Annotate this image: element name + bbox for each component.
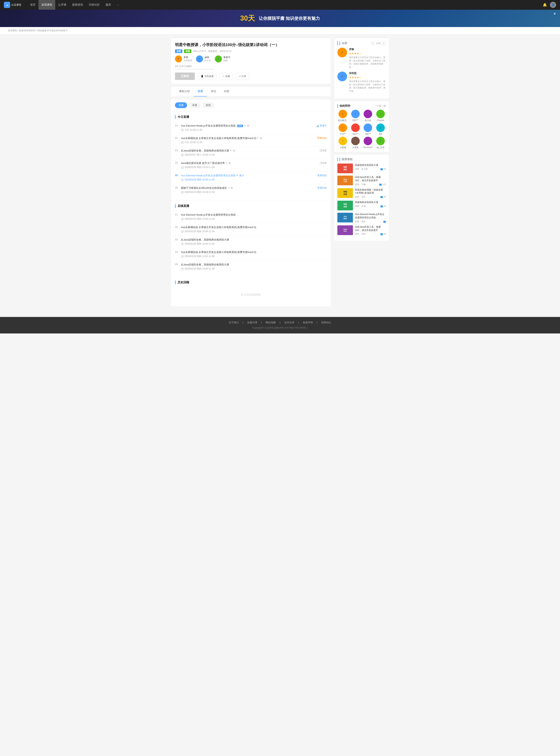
bell-icon[interactable]: 🔔: [543, 3, 547, 7]
tab-qa[interactable]: 问答: [220, 87, 233, 96]
classmate-avatar-8: 小: [339, 137, 347, 145]
teacher-stars-0: ★★★★☆: [349, 52, 386, 55]
lesson-status-2: 已结束: [320, 149, 327, 152]
copy-icon-0[interactable]: ⊞: [247, 124, 249, 127]
rec-course-4[interactable]: Vue后台 Vue Element+Node.js开发企业通用管理后台系统 讲师…: [337, 213, 386, 223]
copy-icon-4[interactable]: ⊞: [239, 174, 242, 177]
info-icon-4[interactable]: ℹ: [242, 174, 243, 177]
sub-tabs: 直播 录播 面授: [171, 99, 331, 111]
classmate-avatar-11: q: [376, 137, 385, 145]
breadcrumb-item-discover[interactable]: 发现课程: [8, 29, 17, 32]
instructor-1: 凌 凌荷 班主任: [196, 55, 211, 62]
breadcrumb-item-series[interactable]: 新媒体营销系列: [19, 29, 35, 32]
teacher-desc-1: 国内某重点大学安全工程专业硕士，国家一级注册消防工程师、注册安全工程师、级注册建…: [349, 80, 386, 93]
edit-icon-5[interactable]: ✏: [228, 186, 230, 190]
progress-section: 0% 已学习0课时: [175, 65, 327, 69]
nav-item-home[interactable]: 首页: [27, 0, 39, 10]
refresh-classmates-button[interactable]: ↻ 换一换: [377, 104, 386, 108]
edit-icon-2[interactable]: ✏: [230, 149, 232, 152]
sub-lesson-num-0: 01: [175, 213, 181, 216]
lesson-time-5: 🕐 2020/02/26 周四 10:00-11:00: [181, 191, 317, 194]
share-button[interactable]: ↗ 分享: [236, 73, 249, 80]
rec-meta-4: 讲师：张田 👥: [355, 220, 386, 223]
rec-course-2[interactable]: 前端全栈 前端全栈加强版！前端全栈+全周期+多场应用 讲师：岱田 👥 56: [337, 188, 386, 199]
course-header: 明星中教授课，小学阶段语法100分–强化级第1讲动词（一） 直播 录播 246人…: [171, 38, 331, 84]
lesson-status-4[interactable]: 查看回放: [317, 174, 327, 177]
history-section: 历史回顾 暂无历史回顾课程: [171, 277, 331, 306]
footer-link-about[interactable]: 关于我们: [229, 321, 239, 324]
banner-close-button[interactable]: ✕: [553, 12, 556, 16]
lesson-status-5[interactable]: 查看回放: [317, 186, 327, 190]
sub-tab-record[interactable]: 录播: [188, 102, 201, 108]
progress-label: 0% 已学习0课时: [175, 65, 327, 68]
nav-item-qa[interactable]: 问答社区: [86, 0, 103, 10]
classmate-avatar-3: C: [376, 110, 385, 118]
rec-course-3[interactable]: 电商全线 高级电商全线系统大课 讲师：冷潮 👥 46: [337, 201, 386, 211]
classmate-avatar-10: S: [364, 137, 372, 145]
mobile-watch-button[interactable]: 📱 手机观看: [198, 73, 217, 80]
lesson-status-0[interactable]: 📊 直播中: [316, 124, 327, 127]
lesson-item-2: 03 从Java后端到全栈，高级电商全栈系统大课 ✏ ⊞ 🕐 2020/02/2…: [175, 146, 327, 159]
copy-icon-2[interactable]: ⊞: [233, 149, 235, 152]
edit-icon-4[interactable]: ✏: [236, 174, 239, 177]
footer-link-partner[interactable]: 合作伙伴: [284, 321, 294, 324]
collect-button[interactable]: ☆ 收藏: [220, 73, 233, 80]
rec-course-0[interactable]: 电商系统 高级电商全线系统大课 讲师：张小锋 👥 34: [337, 163, 386, 173]
rec-course-1[interactable]: Java工具 玩转Java开发工具，精通JUC，成为开发多面手 讲师：王姗 👥 …: [337, 176, 386, 186]
buy-button[interactable]: 已购买: [175, 73, 195, 80]
sub-lesson-time-0: 🕐 2020/02/26 周四 10:00-11:00: [181, 217, 327, 221]
footer-link-recruit[interactable]: 招贤纳士: [321, 321, 331, 324]
footer-link-disclaimer[interactable]: 免责声明: [303, 321, 313, 324]
rec-course-5[interactable]: JavaJUC 玩转Java开发工具，精通JUC，成为开发多面手 讲师：岱田 👥…: [337, 225, 386, 236]
footer: 关于我们 | 加盟代理 | 网站地图 | 合作伙伴 | 免责声明 | 招贤纳士 …: [0, 317, 560, 334]
logo[interactable]: ☁ 云朵课堂: [4, 2, 21, 8]
sub-lesson-0: 01 Vue Element+Node.js开发企业通用管理后台系统 🕐 202…: [175, 211, 327, 223]
lesson-name-3: Java项目面试实操 提升大厂面试成功率 ✏ ⊞: [181, 161, 320, 165]
nav-item-more[interactable]: ···: [114, 0, 122, 10]
next-teacher-button[interactable]: ›: [382, 41, 386, 45]
course-instructors: 罗 罗静 主讲老师 凌 凌荷 班主任 青 青青平: [175, 55, 327, 62]
classmate-avatar-6: 1: [364, 123, 372, 132]
lesson-name-2: 从Java后端到全栈，高级电商全栈系统大课 ✏ ⊞: [181, 149, 320, 153]
tab-catalog[interactable]: 目录: [194, 87, 207, 96]
sub-lesson-time-4: 🕐 2020/02/26 周四 10:00-11:00: [181, 267, 327, 271]
tag-live: 直播: [175, 49, 182, 53]
sub-lesson-name-4: 从Java后端到全栈，高级电商全栈系统大课: [181, 263, 327, 266]
sub-tab-live[interactable]: 直播: [175, 102, 187, 108]
user-avatar[interactable]: 👤: [550, 2, 556, 8]
edit-icon-0[interactable]: ✏: [244, 124, 246, 127]
clock-icon-1: 🕐: [181, 141, 184, 144]
copy-icon-5[interactable]: ⊞: [231, 186, 233, 190]
lesson-item-5: 06 跟随千万级项目从0到100全过程高效成长 ✏ ⊞ 🕐 2020/02/26…: [175, 184, 327, 196]
nav-item-open[interactable]: 公开课: [55, 0, 69, 10]
nav-items: 首页 发现课程 公开课 新闻资讯 问答社区 题库 ···: [27, 0, 543, 10]
sub-tab-face[interactable]: 面授: [202, 102, 214, 108]
teacher-item-1: 宋 宋利坚 ★★★★☆ 国内某重点大学安全工程专业硕士，国家一级注册消防工程师、…: [337, 72, 386, 93]
footer-link-sitemap[interactable]: 网站地图: [266, 321, 276, 324]
teachers-pagination: ‹ 1/10 ›: [371, 41, 386, 45]
copy-icon-1[interactable]: ⊞: [260, 137, 262, 140]
classmate-name-6: 1867**: [365, 133, 371, 135]
logo-icon: ☁: [4, 2, 10, 8]
edit-icon-3[interactable]: ✏: [225, 161, 228, 164]
nav-item-quiz[interactable]: 题库: [103, 0, 114, 10]
rec-name-2: 前端全栈加强版！前端全栈+全周期+多场应用: [355, 188, 386, 195]
lesson-item-3: 04 Java项目面试实操 提升大厂面试成功率 ✏ ⊞ 🕐 2020/02/26…: [175, 159, 327, 172]
footer-link-agent[interactable]: 加盟代理: [247, 321, 257, 324]
copy-icon-3[interactable]: ⊞: [228, 161, 231, 164]
tab-intro[interactable]: 课程介绍: [175, 87, 194, 96]
rec-thumb-2: 前端全栈: [337, 188, 353, 198]
classmate-4: 1 1767**: [337, 123, 348, 135]
tab-comment[interactable]: 评论: [207, 87, 220, 96]
history-title: 历史回顾: [175, 281, 327, 284]
teachers-title: 名师 ‹ 1/10 ›: [337, 41, 386, 45]
nav-item-news[interactable]: 新闻资讯: [69, 0, 86, 10]
edit-icon-1[interactable]: ✏: [257, 137, 259, 140]
lesson-num-3: 04: [175, 161, 181, 164]
progress-percent: 0%: [175, 65, 178, 68]
classmate-avatar-4: 1: [339, 123, 347, 132]
prev-teacher-button[interactable]: ‹: [371, 41, 375, 45]
clock-icon-0: 🕐: [181, 129, 184, 132]
nav-item-discover[interactable]: 发现课程: [39, 0, 55, 10]
clock-icon-s4: 🕐: [181, 267, 184, 270]
